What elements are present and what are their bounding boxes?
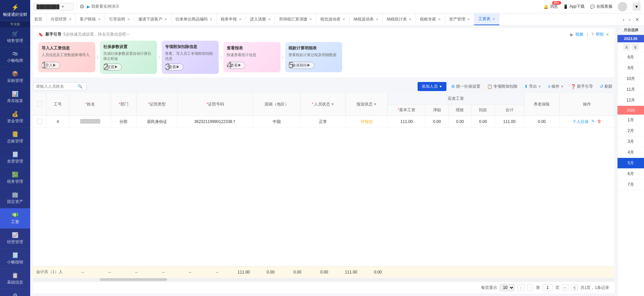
- separator: ｜: [585, 32, 589, 37]
- sidebar-item-xiaochang-sales[interactable]: 🧾 小畅报销: [0, 249, 30, 269]
- month-item-6[interactable]: 6月: [618, 169, 644, 179]
- close-icon[interactable]: ✕: [239, 17, 241, 21]
- demo-button[interactable]: ▶ 我要看实例演示: [87, 4, 119, 9]
- tab-tax-declare[interactable]: 税务申报 ✕: [217, 13, 246, 25]
- tab-tax-stats[interactable]: 纳税统计表 ✕: [383, 13, 416, 25]
- page-number-input[interactable]: [543, 284, 553, 291]
- sidebar-item-ecommerce[interactable]: 🛍 小畅电商: [0, 47, 30, 67]
- sidebar-item-inventory[interactable]: 📊 库存核算: [0, 87, 30, 108]
- tab-home[interactable]: 首页: [30, 13, 47, 25]
- sidebar-item-basic[interactable]: 📋 基础信息: [0, 269, 30, 289]
- unified-social-security-button[interactable]: ⚙ 统一社保设置: [449, 82, 482, 91]
- close-icon[interactable]: ✕: [164, 17, 167, 21]
- month-item-7[interactable]: 7月: [618, 179, 644, 190]
- sidebar-item-fixed-assets[interactable]: 🏢 固定资产: [0, 188, 30, 208]
- close-icon[interactable]: ✕: [268, 17, 271, 21]
- online-service-button[interactable]: 💬 在线客服: [590, 4, 612, 9]
- sidebar-item-finance[interactable]: 💰 资金管理: [0, 108, 30, 128]
- row-checkbox[interactable]: [37, 119, 42, 124]
- last-page-button[interactable]: ›|: [571, 284, 578, 291]
- page-size-select[interactable]: 10 20 50: [500, 284, 515, 291]
- message-button[interactable]: 🔔 消息 99+: [543, 4, 558, 9]
- month-item-4[interactable]: 4月: [618, 147, 644, 158]
- scroll-thumb[interactable]: [100, 278, 167, 281]
- edit-link[interactable]: ✎: [591, 119, 595, 125]
- month-item-5[interactable]: 5月: [618, 158, 644, 169]
- sidebar-item-purchase[interactable]: 📦 采购管理: [0, 67, 30, 87]
- sidebar-item-operations[interactable]: 📈 经营管理: [0, 228, 30, 249]
- first-page-button[interactable]: |‹: [517, 284, 524, 291]
- tab-tax-burden[interactable]: 税负波动表 ✕: [316, 13, 350, 25]
- delete-link[interactable]: 🗑: [597, 119, 601, 125]
- close-icon[interactable]: ✕: [309, 17, 312, 21]
- next-page-button[interactable]: ›: [562, 284, 568, 291]
- month-item-12[interactable]: 12月: [618, 95, 644, 106]
- tab-income-tax[interactable]: 所得税汇算清缴 ✕: [275, 13, 316, 25]
- operations-button[interactable]: ≡ 操作 ▼: [546, 82, 566, 91]
- month-next-button[interactable]: ∨: [632, 44, 639, 50]
- add-person-button[interactable]: 添加人员 ▼: [418, 82, 446, 91]
- status-filter-icon[interactable]: ▼: [331, 102, 334, 106]
- sidebar-item-sales[interactable]: 🛒 销售管理: [0, 27, 30, 47]
- select-all-checkbox[interactable]: [37, 101, 42, 107]
- close-icon[interactable]: ✕: [376, 17, 378, 21]
- personal-social-security-link[interactable]: 个人社保: [573, 119, 589, 125]
- month-item-2[interactable]: 2月: [618, 126, 644, 136]
- tab-invite[interactable]: 邀请下游客户 ✕: [134, 13, 171, 25]
- video-icon: ▶: [570, 32, 573, 37]
- month-item-8[interactable]: 8月: [618, 52, 644, 63]
- video-link[interactable]: 视频: [575, 32, 583, 37]
- horizontal-scrollbar[interactable]: [33, 278, 614, 281]
- close-icon[interactable]: ✕: [98, 17, 101, 21]
- tab-close-all-button[interactable]: ✕: [633, 17, 641, 22]
- td-performance: 0.00: [448, 116, 472, 128]
- tab-asset-mgmt[interactable]: 资产管理 ✕: [445, 13, 474, 25]
- tab-prev-button[interactable]: ‹: [621, 17, 627, 22]
- month-item-11[interactable]: 11月: [618, 84, 644, 95]
- close-guide-button[interactable]: ✕: [606, 32, 609, 37]
- export-button[interactable]: ⬆ 导出 ▼: [522, 82, 543, 91]
- close-icon[interactable]: ✕: [69, 17, 71, 21]
- month-item-10[interactable]: 10月: [618, 74, 644, 84]
- sidebar-item-system[interactable]: ⚙ 系统管理: [0, 289, 30, 296]
- help-link[interactable]: 帮助: [596, 32, 604, 37]
- close-icon[interactable]: ✕: [342, 17, 345, 21]
- close-icon[interactable]: ✕: [127, 17, 130, 21]
- newbie-guide-button[interactable]: ❓ 新手引导: [569, 82, 595, 91]
- employee-name-blurred: [80, 119, 100, 124]
- tab-guide[interactable]: 引导说明 ✕: [105, 13, 134, 25]
- company-selector[interactable]: ████████ ▼: [34, 3, 74, 10]
- refresh-button[interactable]: ↺ 刷新: [598, 82, 614, 91]
- sidebar-item-invoice[interactable]: 🧾 发票管理: [0, 148, 30, 168]
- tab-tax-expert[interactable]: 税检专家 ✕: [416, 13, 445, 25]
- app-download-button[interactable]: 📱 App下载: [563, 4, 585, 9]
- user-menu-button[interactable]: ▼: [633, 3, 641, 11]
- close-icon[interactable]: ✕: [467, 17, 470, 21]
- month-item-1[interactable]: 1月: [618, 115, 644, 126]
- search-input[interactable]: [36, 84, 76, 89]
- close-icon[interactable]: ✕: [210, 17, 212, 21]
- close-icon[interactable]: ✕: [492, 17, 495, 21]
- search-icon[interactable]: 🔍: [77, 84, 83, 89]
- report-filter-icon[interactable]: ▼: [373, 102, 377, 106]
- special-deduction-button[interactable]: 📋 专项附加扣除: [485, 82, 520, 91]
- month-item-9[interactable]: 9月: [618, 63, 644, 74]
- avatar[interactable]: [618, 2, 627, 11]
- month-prev-button[interactable]: ∧: [623, 44, 630, 50]
- prev-page-button[interactable]: ‹: [527, 284, 533, 291]
- month-item-3[interactable]: 3月: [618, 136, 644, 147]
- sidebar-item-ledger[interactable]: 📒 总账管理: [0, 128, 30, 148]
- close-icon[interactable]: ✕: [409, 17, 412, 21]
- tab-payroll[interactable]: 工资表 ✕: [474, 13, 499, 25]
- gear-icon[interactable]: ⚙: [79, 3, 84, 10]
- tab-clearance[interactable]: 进入清册 ✕: [246, 13, 275, 25]
- close-icon[interactable]: ✕: [438, 17, 441, 21]
- tab-customer[interactable]: 客户联络 ✕: [76, 13, 105, 25]
- unified-ss-label: 统一社保设置: [456, 84, 480, 89]
- sidebar-item-tax[interactable]: 💹 税务管理: [0, 168, 30, 188]
- tab-next-button[interactable]: ›: [627, 17, 633, 22]
- tab-tax-wave[interactable]: 纳税波动表 ✕: [350, 13, 383, 25]
- sidebar-item-payroll[interactable]: 💵 工资: [0, 208, 30, 228]
- tab-product-code[interactable]: 往来单位商品编码 ✕: [171, 13, 217, 25]
- tab-layered-ops[interactable]: 分层经营 ✕: [47, 13, 76, 25]
